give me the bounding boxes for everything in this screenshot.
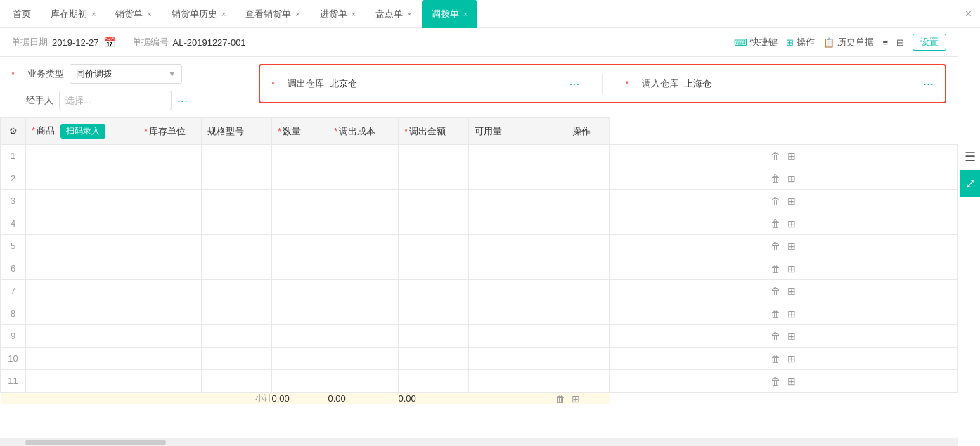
- date-label: 单据日期: [11, 36, 48, 49]
- copy-row-icon[interactable]: ⊞: [787, 151, 796, 162]
- delete-row-icon[interactable]: 🗑: [771, 173, 780, 184]
- delete-row-icon[interactable]: 🗑: [771, 196, 780, 207]
- tab-purchase-order-close[interactable]: ×: [352, 10, 356, 18]
- copy-row-icon[interactable]: ⊞: [787, 331, 796, 342]
- row-spec: [272, 167, 328, 190]
- tab-sales-history-close[interactable]: ×: [221, 10, 226, 18]
- form-area: * 业务类型 同价调拨 ▼ 经手人 选择... ···: [0, 57, 958, 117]
- operation-icon: ⊞: [786, 37, 794, 48]
- doc-list-icon: ☰: [965, 149, 976, 165]
- tab-sales-order[interactable]: 销货单 ×: [105, 0, 161, 28]
- copy-row-icon[interactable]: ⊞: [787, 286, 796, 297]
- toolbar: 单据日期 2019-12-27 📅 单据编号 AL-20191227-001 ⌨…: [0, 28, 958, 57]
- row-goods[interactable]: [26, 348, 202, 370]
- row-goods[interactable]: [26, 167, 202, 190]
- row-spec: [272, 212, 328, 235]
- business-type-select[interactable]: 同价调拨 ▼: [70, 64, 182, 84]
- row-number: 6: [1, 257, 26, 280]
- transfer-out-value: 北京仓: [330, 77, 357, 90]
- row-amount: [469, 257, 553, 280]
- tab-inventory-init[interactable]: 库存期初 ×: [41, 0, 105, 28]
- tab-inventory-count[interactable]: 盘点单 ×: [366, 0, 421, 28]
- delete-row-icon[interactable]: 🗑: [771, 331, 780, 342]
- copy-row-icon[interactable]: ⊞: [787, 218, 796, 229]
- table-row: 8 🗑 ⊞: [1, 302, 958, 325]
- row-goods[interactable]: [26, 190, 202, 212]
- row-unit: [202, 325, 272, 348]
- goods-header: *商品 扫码录入: [26, 118, 138, 145]
- history-btn[interactable]: 📋 历史单据: [823, 36, 874, 49]
- operation-btn[interactable]: ⊞ 操作: [786, 36, 815, 49]
- subtotal-delete-icon[interactable]: 🗑: [555, 393, 565, 404]
- tab-transfer-close[interactable]: ×: [463, 10, 468, 18]
- tab-view-sales-close[interactable]: ×: [295, 10, 299, 18]
- row-goods[interactable]: [26, 235, 202, 257]
- layout-btn2[interactable]: ⊟: [896, 37, 904, 48]
- tab-home[interactable]: 首页: [3, 0, 41, 28]
- tab-inventory-count-close[interactable]: ×: [407, 10, 411, 18]
- row-goods[interactable]: [26, 145, 202, 167]
- delete-row-icon[interactable]: 🗑: [771, 241, 780, 252]
- subtotal-row: 小计 0.00 0.00 0.00 🗑 ⊞: [1, 393, 958, 405]
- warehouse-box: * 调出仓库 北京仓 ··· * 调入仓库 上海仓 ···: [259, 64, 946, 103]
- tab-sales-order-close[interactable]: ×: [147, 10, 151, 18]
- table-row: 9 🗑 ⊞: [1, 325, 958, 348]
- handler-row: 经手人 选择... ···: [11, 91, 236, 110]
- tab-view-sales-label: 查看销货单: [245, 8, 291, 20]
- copy-row-icon[interactable]: ⊞: [787, 241, 796, 252]
- transfer-in-more-icon[interactable]: ···: [923, 77, 934, 90]
- copy-row-icon[interactable]: ⊞: [787, 263, 796, 274]
- right-panel-doc-list-btn[interactable]: ☰: [960, 144, 980, 170]
- delete-row-icon[interactable]: 🗑: [771, 286, 780, 297]
- row-goods[interactable]: [26, 212, 202, 235]
- subtotal-copy-icon[interactable]: ⊞: [572, 393, 580, 404]
- row-spec: [272, 145, 328, 167]
- delete-row-icon[interactable]: 🗑: [771, 218, 780, 229]
- calendar-icon[interactable]: 📅: [103, 37, 115, 48]
- business-type-required-star: *: [11, 69, 15, 79]
- copy-row-icon[interactable]: ⊞: [787, 353, 796, 364]
- row-amount: [469, 302, 553, 325]
- tab-purchase-order[interactable]: 进货单 ×: [310, 0, 366, 28]
- gear-header[interactable]: ⚙: [1, 118, 26, 145]
- copy-row-icon[interactable]: ⊞: [787, 308, 796, 319]
- row-goods[interactable]: [26, 280, 202, 302]
- copy-row-icon[interactable]: ⊞: [787, 376, 796, 387]
- row-qty: [328, 348, 399, 370]
- actions-header: 操作: [553, 118, 610, 145]
- layout-btn1[interactable]: ≡: [882, 37, 888, 48]
- scrollbar-area[interactable]: [0, 438, 958, 446]
- shortcut-btn[interactable]: ⌨ 快捷键: [734, 36, 778, 49]
- delete-row-icon[interactable]: 🗑: [771, 151, 780, 162]
- tab-transfer[interactable]: 调拨单 ×: [422, 0, 477, 28]
- tab-close-all[interactable]: ×: [965, 8, 972, 20]
- copy-row-icon[interactable]: ⊞: [787, 196, 796, 207]
- row-cost: [399, 212, 469, 235]
- tab-view-sales[interactable]: 查看销货单 ×: [236, 0, 309, 28]
- scan-button[interactable]: 扫码录入: [60, 124, 105, 139]
- tab-inventory-init-close[interactable]: ×: [91, 10, 96, 18]
- right-panel-expand-btn[interactable]: ⤢: [960, 170, 980, 197]
- row-goods[interactable]: [26, 302, 202, 325]
- scrollbar-thumb[interactable]: [25, 440, 166, 445]
- transfer-in-label: 调入仓库: [636, 77, 678, 90]
- subtotal-num: [1, 393, 26, 405]
- copy-row-icon[interactable]: ⊞: [787, 173, 796, 184]
- row-goods[interactable]: [26, 325, 202, 348]
- row-spec: [272, 257, 328, 280]
- delete-row-icon[interactable]: 🗑: [771, 308, 780, 319]
- transfer-out-more-icon[interactable]: ···: [569, 77, 579, 90]
- handler-select[interactable]: 选择...: [59, 91, 172, 110]
- row-goods[interactable]: [26, 370, 202, 393]
- row-amount: [469, 325, 553, 348]
- row-spec: [272, 302, 328, 325]
- tab-sales-history[interactable]: 销货单历史 ×: [162, 0, 236, 28]
- row-qty: [328, 212, 399, 235]
- row-available: [553, 190, 610, 212]
- setting-button[interactable]: 设置: [913, 34, 946, 51]
- handler-more-icon[interactable]: ···: [177, 94, 188, 107]
- delete-row-icon[interactable]: 🗑: [771, 353, 780, 364]
- row-goods[interactable]: [26, 257, 202, 280]
- delete-row-icon[interactable]: 🗑: [771, 263, 780, 274]
- delete-row-icon[interactable]: 🗑: [771, 376, 780, 387]
